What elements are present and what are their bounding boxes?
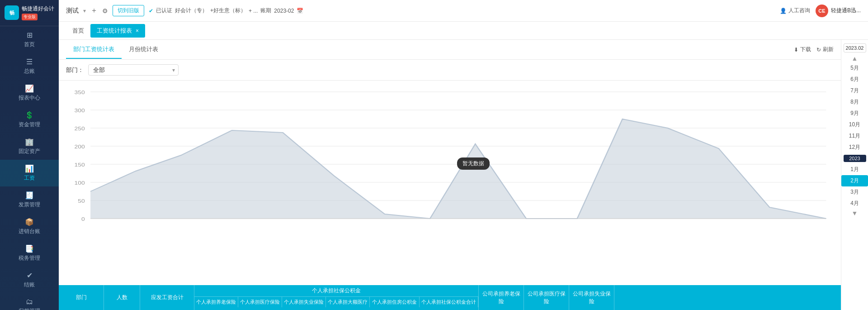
th-group-title: 个人承担社保公积金 — [194, 285, 478, 297]
tabbar: 首页 工资统计报表 × — [59, 22, 868, 40]
chart-area: 350 300 250 200 150 100 50 0 — [59, 81, 841, 285]
month-item-9[interactable]: 9月 — [841, 108, 868, 119]
refresh-button[interactable]: ↻ 刷新 — [816, 46, 834, 53]
dept-select[interactable]: 全部 — [88, 64, 179, 76]
user-menu[interactable]: CE 轻捷通B迅... — [816, 5, 861, 17]
subtab-dept[interactable]: 部门工资统计表 — [66, 41, 122, 59]
month-item-8[interactable]: 8月 — [841, 96, 868, 108]
settle-icon: ✔ — [27, 271, 33, 280]
sidebar-item-assets[interactable]: 🏢 固定资产 — [0, 133, 59, 160]
sidebar-item-home[interactable]: ⊞ 首页 — [0, 26, 59, 53]
switch-old-version-button[interactable]: 切到旧版 — [113, 5, 144, 16]
status-area: ✔ 已认证 好会计（专） +好生意（标） + ... 账期 2023-02 📅 — [149, 7, 303, 14]
ledger-icon: ☰ — [26, 57, 33, 66]
svg-text:50: 50 — [78, 198, 85, 204]
sidebar-item-label: 报表中心 — [19, 94, 40, 102]
tab-salary-report[interactable]: 工资统计报表 × — [90, 24, 145, 38]
month-item-6[interactable]: 6月 — [841, 74, 868, 85]
funds-icon: 💲 — [25, 111, 34, 119]
tax-icon: 📑 — [25, 244, 34, 253]
svg-text:200: 200 — [75, 144, 85, 149]
topbar-right: 👤 人工咨询 CE 轻捷通B迅... — [780, 5, 861, 17]
invoice-icon: 🧾 — [25, 191, 34, 200]
month-item-5[interactable]: 5月 — [841, 62, 868, 74]
svg-text:300: 300 — [75, 108, 85, 113]
th-personal-total: 个人承担社保公积金合计 — [420, 297, 478, 307]
right-panel: ▲ 5月 6月 7月 8月 9月 10月 11月 12月 2023 1月 2月 … — [841, 40, 868, 310]
add-project-button[interactable]: ＋ — [90, 6, 98, 15]
subtab-monthly[interactable]: 月份统计表 — [122, 41, 165, 59]
svg-text:350: 350 — [75, 90, 85, 95]
sidebar-item-invoice[interactable]: 🧾 发票管理 — [0, 186, 59, 213]
period-label: 账期 — [260, 7, 271, 14]
sidebar-item-label: 首页 — [24, 41, 35, 48]
th-total-salary: 应发工资合计 — [140, 285, 194, 310]
month-item-4[interactable]: 4月 — [841, 198, 868, 209]
svg-text:0: 0 — [81, 216, 85, 222]
report-icon: 📈 — [25, 84, 34, 93]
download-icon: ⬇ — [794, 47, 798, 53]
service-label: 人工咨询 — [788, 7, 810, 14]
sidebar-item-label: 发票管理 — [19, 201, 40, 209]
settings-icon[interactable]: ⚙ — [102, 7, 108, 14]
more-label: + ... — [249, 8, 258, 14]
sidebar-logo: 畅 畅捷通好会计 专业版 — [0, 0, 59, 26]
avatar: CE — [816, 5, 828, 17]
addon-label: +好生意（标） — [210, 7, 246, 14]
th-personal-medical: 个人承担医疗保险 — [238, 297, 282, 307]
service-icon: 👤 — [780, 8, 787, 14]
subtab-left: 部门工资统计表 月份统计表 — [66, 41, 165, 59]
sidebar-item-salary[interactable]: 📊 工资 — [0, 160, 59, 186]
salary-chart: 350 300 250 200 150 100 50 0 — [68, 85, 832, 230]
th-personal-unemployment: 个人承担失业保险 — [282, 297, 326, 307]
period-value: 2023-02 — [274, 8, 294, 14]
sidebar-item-tax[interactable]: 📑 税务管理 — [0, 240, 59, 267]
month-item-2[interactable]: 2月 — [841, 175, 868, 186]
sidebar-item-report[interactable]: 📈 报表中心 — [0, 80, 59, 106]
calendar-icon[interactable]: 📅 — [297, 8, 303, 14]
sidebar-item-label: 资金管理 — [19, 121, 40, 129]
topbar: 测试 ▾ ＋ ⚙ 切到旧版 ✔ 已认证 好会计（专） +好生意（标） + ...… — [59, 0, 868, 22]
download-button[interactable]: ⬇ 下载 — [794, 46, 811, 53]
th-group-cells: 个人承担养老保险 个人承担医疗保险 个人承担失业保险 个人承担大额医疗 个人承担… — [194, 297, 478, 307]
content-main: 部门工资统计表 月份统计表 ⬇ 下载 ↻ 刷新 — [59, 40, 841, 310]
year-up-button[interactable]: ▲ — [851, 54, 859, 62]
year-badge-2023[interactable]: 2023 — [844, 155, 866, 162]
sidebar-item-settle[interactable]: ✔ 结账 — [0, 267, 59, 293]
th-personal-major-medical: 个人承担大额医疗 — [326, 297, 370, 307]
month-item-3[interactable]: 3月 — [841, 186, 868, 198]
logo-icon: 畅 — [5, 5, 19, 20]
month-item-11[interactable]: 11月 — [841, 130, 868, 142]
sidebar-item-label: 结账 — [24, 281, 35, 289]
th-dept: 部门 — [59, 285, 104, 310]
sidebar-nav: ⊞ 首页 ☰ 总账 📈 报表中心 💲 资金管理 🏢 固定资产 📊 工资 🧾 发票… — [0, 26, 59, 310]
sidebar-item-ledger[interactable]: ☰ 总账 — [0, 53, 59, 80]
table-header: 部门 人数 应发工资合计 个人承担社保公积金 个人承担养老保险 个人承担医疗保险… — [59, 285, 841, 310]
sidebar-item-archive[interactable]: 🗂 归档管理 — [0, 293, 59, 310]
filter-label: 部门： — [66, 66, 84, 74]
sidebar: 畅 畅捷通好会计 专业版 ⊞ 首页 ☰ 总账 📈 报表中心 💲 资金管理 🏢 固… — [0, 0, 59, 310]
subtabs-bar: 部门工资统计表 月份统计表 ⬇ 下载 ↻ 刷新 — [59, 40, 841, 60]
certified-label: 已认证 — [156, 7, 172, 14]
project-dropdown-icon[interactable]: ▾ — [83, 8, 86, 14]
home-icon: ⊞ — [27, 31, 33, 39]
year-input[interactable] — [844, 43, 866, 52]
edition-label: 好会计（专） — [175, 7, 208, 14]
sidebar-item-label: 归档管理 — [19, 307, 40, 310]
year-down-button[interactable]: ▼ — [851, 209, 859, 217]
month-item-1[interactable]: 1月 — [841, 164, 868, 175]
month-item-7[interactable]: 7月 — [841, 85, 868, 96]
sidebar-item-funds[interactable]: 💲 资金管理 — [0, 106, 59, 133]
th-group-personal: 个人承担社保公积金 个人承担养老保险 个人承担医疗保险 个人承担失业保险 个人承… — [194, 285, 479, 310]
project-name: 测试 — [66, 7, 79, 15]
month-item-12[interactable]: 12月 — [841, 142, 868, 153]
sidebar-item-label: 进销台账 — [19, 228, 40, 235]
tab-home[interactable]: 首页 — [66, 23, 90, 38]
close-icon[interactable]: × — [136, 28, 139, 34]
service-button[interactable]: 👤 人工咨询 — [780, 7, 810, 14]
sidebar-item-sales[interactable]: 📦 进销台账 — [0, 213, 59, 240]
dept-select-wrap: 全部 — [88, 64, 179, 76]
month-item-10[interactable]: 10月 — [841, 119, 868, 130]
filter-row: 部门： 全部 — [59, 60, 841, 81]
certified-icon: ✔ — [149, 8, 153, 14]
